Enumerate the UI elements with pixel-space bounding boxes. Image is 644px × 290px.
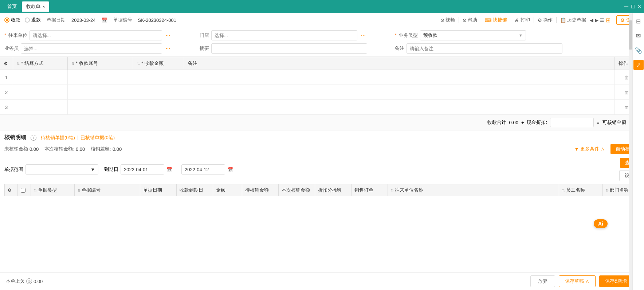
date-to-input[interactable] (181, 164, 225, 175)
help-btn[interactable]: ⊙ 帮助 (463, 17, 477, 23)
row-3-settlement[interactable] (13, 100, 68, 114)
footer-value: 0.00 (34, 279, 43, 284)
history-icon: 📋 (560, 17, 566, 23)
abandon-btn[interactable]: 放弃 (530, 275, 555, 287)
row-1-delete-icon[interactable]: 🗑 (624, 74, 629, 80)
row-3-remark[interactable] (184, 100, 615, 114)
verify-stats: 未核销金额 0.00 本次核销金额: 0.00 核销差额: 0.00 ▼ 更多条… (4, 144, 640, 154)
date-from-input[interactable] (121, 164, 164, 175)
footer-info-icon[interactable]: ⊙ (26, 278, 32, 284)
bth-sale-order-label: 销售订单 (354, 187, 373, 193)
operate-btn[interactable]: ⚙ 操作 (538, 17, 553, 23)
th-settlement: ⇅ * 结算方式 (13, 57, 68, 70)
row-1-account[interactable] (68, 70, 133, 85)
filter-row: 单据范围 ▼ 到期日 📅 — 📅 查询 设置 (4, 158, 640, 181)
sidebar-table-icon[interactable]: ⊟ (633, 16, 644, 26)
sidebar-attachment-icon[interactable]: 📎 (633, 45, 644, 55)
nav-prev-icon[interactable]: ◀ (590, 17, 593, 23)
tab-home[interactable]: 首页 (3, 1, 21, 12)
tab-receipt[interactable]: 收款单 × (22, 1, 49, 12)
range-select[interactable]: ▼ (25, 164, 98, 175)
nav-next-icon[interactable]: ▶ (595, 17, 598, 23)
row-3-account[interactable] (68, 100, 133, 114)
calendar-from-icon[interactable]: 📅 (166, 167, 172, 172)
draft-label: 保存草稿 ∧ (565, 278, 589, 285)
row-3-num: 3 (0, 100, 13, 114)
select-all-checkbox[interactable] (21, 188, 25, 193)
sidebar-expand-icon[interactable]: ⤢ (633, 60, 644, 70)
stat-current-value: 0.00 (76, 146, 85, 152)
minimize-btn[interactable]: ─ (624, 3, 628, 10)
store-input[interactable] (211, 30, 357, 40)
counterpart-input[interactable] (30, 30, 162, 40)
right-sidebar: ⊟ ✉ 📎 ⤢ (632, 13, 644, 290)
pending-link[interactable]: 待核销单据(0笔) (41, 134, 75, 141)
bth-bill-no-label: 单据编号 (82, 187, 101, 193)
th-gear[interactable]: ⚙ (0, 57, 13, 70)
summary-input[interactable] (211, 43, 367, 54)
row-3-amount[interactable] (133, 100, 184, 114)
footer: 本单上欠 ⊙ 0.00 放弃 保存草稿 ∧ 保存&新增 ∧ (0, 272, 644, 290)
stat-unclosed: 未核销金额 0.00 (4, 146, 39, 152)
date-label: 单据日期 (47, 17, 66, 23)
grid-icon[interactable]: ⊞ (606, 17, 610, 24)
menu-icon[interactable]: ☰ (600, 17, 604, 23)
ai-badge[interactable]: Ai (594, 219, 608, 228)
close-btn[interactable]: × (638, 3, 641, 10)
store-more-btn[interactable]: ··· (360, 32, 367, 39)
th-action-label: 操作 (619, 60, 628, 67)
row-1-amount[interactable] (133, 70, 184, 85)
calendar-icon[interactable]: 📅 (102, 17, 107, 23)
history-btn[interactable]: 📋 历史单据 (560, 17, 586, 23)
bth-checkbox[interactable] (18, 184, 31, 196)
row-2-account[interactable] (68, 85, 133, 99)
row-1-settlement[interactable] (13, 70, 68, 85)
row-1-remark[interactable] (184, 70, 615, 85)
row-2-amount[interactable] (133, 85, 184, 99)
remark-input[interactable] (407, 43, 562, 54)
bth-sale-order: 销售订单 (352, 184, 388, 196)
biz-type-select[interactable]: 预收款 ▼ (420, 30, 526, 40)
toolbar-actions: ⊙ 视频 ⊙ 帮助 ⌨ 快捷键 🖨 打印 ⚙ 操作 (440, 17, 610, 24)
more-filter-label: 更多条件 ∧ (580, 146, 605, 152)
tab-receipt-label: 收款单 (26, 3, 40, 10)
collect-total-value: 0.00 (509, 120, 518, 125)
row-3-delete-icon[interactable]: 🗑 (624, 104, 629, 110)
tab-close-icon[interactable]: × (43, 4, 45, 9)
row-2-delete-icon[interactable]: 🗑 (624, 89, 629, 95)
row-2-settlement[interactable] (13, 85, 68, 99)
bth-dept-label: 部门名称 (610, 187, 629, 193)
save-new-label: 保存&新增 ∧ (605, 278, 632, 285)
th-settlement-label: * 结算方式 (21, 60, 43, 67)
number-label: 单据编号 (113, 17, 132, 23)
store-label: 门店 (200, 32, 209, 39)
sidebar-email-icon[interactable]: ✉ (633, 31, 644, 41)
bth-current: 本次核销金额 (279, 184, 315, 196)
scrollbar-thumb[interactable] (629, 20, 632, 50)
calendar-to-icon[interactable]: 📅 (227, 167, 233, 172)
window-controls: ─ □ × (624, 3, 641, 10)
row-2-num: 2 (0, 85, 13, 99)
staff-more-btn[interactable]: ··· (164, 45, 172, 52)
draft-btn[interactable]: 保存草稿 ∧ (559, 275, 596, 287)
shortcut-btn[interactable]: ⌨ 快捷键 (485, 17, 507, 23)
date-value: 2023-03-24 (71, 17, 96, 23)
th-remark: 备注 (184, 57, 615, 70)
bth-gear[interactable]: ⚙ (5, 184, 18, 196)
receipt-table: ⚙ ⇅ * 结算方式 ⇅ * 收款账号 ⇅ * 收款金额 备注 操作 1 (0, 57, 644, 115)
staff-input[interactable] (21, 43, 162, 54)
counterpart-more-btn[interactable]: ··· (164, 32, 172, 39)
done-link[interactable]: 已核销单据(0笔) (80, 134, 115, 141)
print-btn[interactable]: 🖨 打印 (515, 17, 530, 23)
scrollbar[interactable] (629, 13, 632, 290)
verify-info-icon[interactable]: i (31, 135, 36, 141)
more-filter-btn[interactable]: ▼ 更多条件 ∧ (574, 146, 605, 152)
help-icon: ⊙ (463, 17, 467, 23)
row-2-remark[interactable] (184, 85, 615, 99)
restore-btn[interactable]: □ (631, 3, 635, 10)
radio-collect[interactable]: 收款 (4, 17, 20, 23)
discount-input[interactable] (550, 118, 594, 127)
table-row: 1 🗑 ⧉ (0, 70, 644, 85)
video-btn[interactable]: ⊙ 视频 (440, 17, 455, 23)
radio-refund[interactable]: 退款 (25, 17, 41, 23)
